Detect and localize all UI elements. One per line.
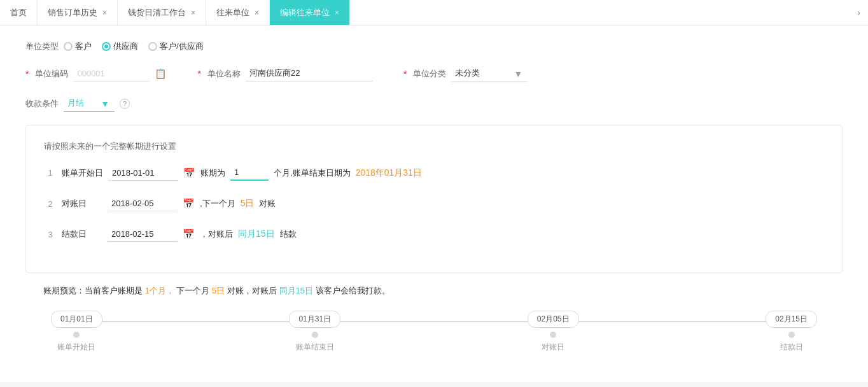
timeline-nodes: 01月01日 账单开始日 01月31日 账单结束日 02月05日 对账日 02月… xyxy=(51,311,817,353)
category-dropdown-wrap: 未分类 ▼ xyxy=(451,65,528,82)
preview-suffix: 该客户会给我打款。 xyxy=(316,286,390,295)
row1-field-label: 账单开始日 xyxy=(62,167,103,179)
tab-bar: 首页 销售订单历史 × 钱货日清工作台 × 往来单位 × 编辑往来单位 × › xyxy=(0,0,868,25)
row2-calendar-icon[interactable]: 📅 xyxy=(183,198,195,209)
question-icon[interactable]: ? xyxy=(120,99,130,109)
tab-arrow[interactable]: › xyxy=(850,0,868,25)
payment-label: 收款条件 xyxy=(25,98,59,109)
timeline-node-3: 02月05日 对账日 xyxy=(528,311,579,353)
tab-edit-partner-close[interactable]: × xyxy=(335,8,339,17)
timeline-container: 01月01日 账单开始日 01月31日 账单结束日 02月05日 对账日 02月… xyxy=(25,298,843,365)
panel-title: 请按照未来的一个完整帐期进行设置 xyxy=(44,141,824,152)
tab-sales-history-label: 销售订单历史 xyxy=(48,7,97,18)
row-account-start: 1 账单开始日 📅 账期为 个月,账单结束日期为 2018年01月31日 xyxy=(44,165,824,181)
settings-panel: 请按照未来的一个完整帐期进行设置 1 账单开始日 📅 账期为 个月,账单结束日期… xyxy=(25,125,843,273)
radio-supplier[interactable]: 供应商 xyxy=(102,41,138,52)
node3-label: 对账日 xyxy=(542,342,564,353)
radio-customer-label: 客户 xyxy=(75,41,92,52)
radio-customer[interactable]: 客户 xyxy=(64,41,92,52)
radio-supplier-label: 供应商 xyxy=(113,41,138,52)
tab-partner-label: 往来单位 xyxy=(216,7,249,18)
row-payment: 3 结款日 📅 ，对账后 同月15日 结款 xyxy=(44,227,824,242)
node4-dot xyxy=(788,332,795,338)
row2-text-before: ,下一个月 xyxy=(200,198,235,209)
node2-label: 账单结束日 xyxy=(296,342,334,353)
tab-cash-workbench-close[interactable]: × xyxy=(191,8,195,17)
preview-period: 1个月， xyxy=(145,286,174,295)
tab-cash-workbench-label: 钱货日清工作台 xyxy=(128,7,186,18)
node4-date: 02月15日 xyxy=(766,311,817,328)
tab-partner[interactable]: 往来单位 × xyxy=(206,0,270,25)
row1-calendar-icon[interactable]: 📅 xyxy=(183,167,195,179)
name-label: 单位名称 xyxy=(207,68,241,80)
preview-label: 账期预览：当前客户账期是 xyxy=(43,286,143,295)
tab-edit-partner-label: 编辑往来单位 xyxy=(280,7,330,18)
row3-text-before: ，对账后 xyxy=(200,229,233,240)
row3-date-input[interactable] xyxy=(108,227,178,242)
unit-type-row: 单位类型 客户 供应商 客户/供应商 xyxy=(25,41,843,52)
code-name-category-row: * 单位编码 📋 * 单位名称 * 单位分类 未分类 ▼ xyxy=(25,65,843,82)
row1-period-end: 2018年01月31日 xyxy=(356,167,422,179)
code-label: 单位编码 xyxy=(35,68,68,80)
tab-home[interactable]: 首页 xyxy=(0,0,38,25)
node1-date: 01月01日 xyxy=(51,311,102,328)
category-star: * xyxy=(403,69,407,79)
preview-text: 账期预览：当前客户账期是 1个月， 下一个月 5日 对账，对账后 同月15日 该… xyxy=(43,283,825,298)
name-star: * xyxy=(197,69,200,79)
radio-both-label: 客户/供应商 xyxy=(160,41,204,52)
payment-row: 收款条件 月结 ▼ ? xyxy=(25,95,843,112)
code-input[interactable] xyxy=(73,66,150,81)
row3-day-highlight: 同月15日 xyxy=(238,229,275,240)
timeline-node-2: 01月31日 账单结束日 xyxy=(289,311,340,353)
row2-num: 2 xyxy=(44,199,57,209)
row3-field-label: 结款日 xyxy=(62,229,102,240)
row1-period-unit: 个月,账单结束日期为 xyxy=(274,167,351,179)
radio-group: 客户 供应商 客户/供应商 xyxy=(64,41,204,52)
radio-both[interactable]: 客户/供应商 xyxy=(148,41,204,52)
tab-sales-history[interactable]: 销售订单历史 × xyxy=(38,0,118,25)
row-reconcile: 2 对账日 📅 ,下一个月 5日 对账 xyxy=(44,196,824,211)
tab-cash-workbench[interactable]: 钱货日清工作台 × xyxy=(118,0,206,25)
node4-label: 结款日 xyxy=(780,342,803,353)
preview-payment-day: 同月15日 xyxy=(279,286,313,295)
row1-period-label: 账期为 xyxy=(200,167,225,179)
name-input[interactable] xyxy=(246,66,373,81)
timeline-node-1: 01月01日 账单开始日 xyxy=(51,311,102,353)
preview-section: 账期预览：当前客户账期是 1个月， 下一个月 5日 对账，对账后 同月15日 该… xyxy=(25,273,843,298)
node2-dot xyxy=(312,332,318,338)
node3-dot xyxy=(550,332,556,338)
preview-reconcile-prefix: 下一个月 xyxy=(176,286,209,295)
category-value: 未分类 xyxy=(451,65,528,82)
row1-date-input[interactable] xyxy=(108,165,178,181)
node1-label: 账单开始日 xyxy=(57,342,95,353)
payment-value: 月结 xyxy=(64,95,115,112)
unit-type-label: 单位类型 xyxy=(25,41,59,52)
preview-reconcile-day: 5日 xyxy=(212,286,225,295)
row2-field-label: 对账日 xyxy=(62,198,102,209)
row3-num: 3 xyxy=(44,230,57,239)
timeline-node-4: 02月15日 结款日 xyxy=(766,311,817,353)
radio-customer-circle xyxy=(64,42,73,51)
tab-edit-partner[interactable]: 编辑往来单位 × xyxy=(270,0,350,25)
row1-period-input[interactable] xyxy=(230,165,269,181)
code-calendar-icon[interactable]: 📋 xyxy=(155,68,167,80)
row1-num: 1 xyxy=(44,168,57,178)
code-star: * xyxy=(25,69,29,79)
tab-sales-history-close[interactable]: × xyxy=(102,8,107,17)
tab-home-label: 首页 xyxy=(10,7,27,18)
payment-dropdown-wrap[interactable]: 月结 ▼ xyxy=(64,95,115,112)
preview-reconcile-suffix: 对账，对账后 xyxy=(227,286,277,295)
row3-text-after: 结款 xyxy=(280,229,297,240)
radio-supplier-circle xyxy=(102,42,111,51)
row2-date-input[interactable] xyxy=(108,196,178,211)
radio-both-circle xyxy=(148,42,157,51)
node1-dot xyxy=(73,332,80,338)
row2-text-after: 对账 xyxy=(259,198,276,209)
node2-date: 01月31日 xyxy=(289,311,340,328)
category-label: 单位分类 xyxy=(413,68,446,80)
row3-calendar-icon[interactable]: 📅 xyxy=(183,229,195,240)
main-content: 单位类型 客户 供应商 客户/供应商 * 单位编码 📋 * 单位名称 xyxy=(0,25,868,382)
row2-day-highlight: 5日 xyxy=(241,198,255,209)
tab-partner-close[interactable]: × xyxy=(255,8,259,17)
node3-date: 02月05日 xyxy=(528,311,579,328)
